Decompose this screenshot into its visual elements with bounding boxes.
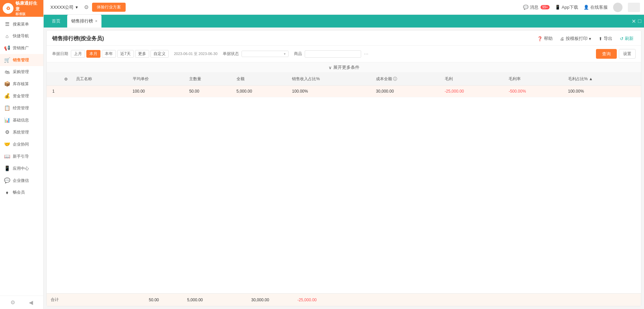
cell-gross: -25,000.00	[441, 86, 505, 97]
trial-button[interactable]: 体验行业方案	[92, 3, 126, 12]
date-btn-last-month[interactable]: 上月	[71, 50, 85, 58]
table-row: 1 100.00 50.00 5,000.00 100.00% 30,000.0…	[47, 86, 641, 97]
col-rank	[47, 73, 60, 86]
date-filter-group: 单据日期 上月 本月 本年 近7天 更多 自定义	[52, 50, 169, 58]
print-dropdown-icon: ▾	[589, 36, 591, 41]
help-button[interactable]: ❓ 帮助	[535, 35, 555, 43]
col-avg-price: 平均单价	[129, 73, 185, 86]
sidebar-item-enterprise-wechat[interactable]: 💬 企业微信	[0, 174, 43, 187]
table-header-row: ⚙ 员工名称 平均单价 主数量 全额 销售收入占比% 成本全额 ⓘ 毛利 毛利率…	[47, 73, 641, 86]
date-range-group: 2023-06-01 至 2023-06-30	[174, 51, 218, 56]
app-download-item[interactable]: 📱 App下载	[555, 4, 578, 10]
cell-cost: 30,000.00	[372, 86, 441, 97]
tab-bar-right: ✕ □	[632, 18, 641, 24]
sales-table: ⚙ 员工名称 平均单价 主数量 全额 销售收入占比% 成本全额 ⓘ 毛利 毛利率…	[47, 73, 641, 97]
nav-icon-sales-mgmt: 🛒	[4, 57, 10, 63]
main-area: XXXXX公司 ▾ ⚙ 体验行业方案 💬 消息 99+ 📱 App下载 👤 在线…	[44, 0, 644, 309]
nav-icon-basic-info: 📊	[4, 117, 10, 123]
goods-filter-group: 商品 ···	[294, 50, 368, 58]
date-btn-more[interactable]: 更多	[135, 50, 149, 58]
sidebar-item-fund-mgmt[interactable]: 💰 资金管理	[0, 90, 43, 102]
col-gross-rate: 毛利率	[505, 73, 564, 86]
date-btn-this-year[interactable]: 本年	[102, 50, 116, 58]
sidebar-item-basic-info[interactable]: 📊 基础信息	[0, 114, 43, 126]
settings-footer-icon[interactable]: ⚙	[10, 299, 15, 306]
online-service-item[interactable]: 👤 在线客服	[584, 4, 608, 10]
col-gross: 毛利	[441, 73, 505, 86]
goods-more-icon[interactable]: ···	[364, 51, 368, 57]
sidebar-item-search-order[interactable]: ☰ 搜索菜单	[0, 18, 43, 30]
sidebar-footer: ⚙ ◀	[0, 296, 43, 309]
status-select-arrow: ▾	[284, 52, 286, 56]
filter-setting-button[interactable]: 设置	[619, 49, 636, 59]
goods-input[interactable]	[305, 50, 361, 58]
message-item[interactable]: 💬 消息 99+	[523, 4, 550, 10]
col-name: 员工名称	[72, 73, 129, 86]
date-buttons: 上月 本月 本年 近7天 更多 自定义	[71, 50, 169, 58]
sidebar-item-new-guide[interactable]: 📖 新手引导	[0, 150, 43, 162]
nav-label-system-mgmt: 系统管理	[13, 130, 29, 135]
company-name: XXXXX公司	[50, 4, 74, 10]
sidebar-item-app-center[interactable]: 📱 应用中心	[0, 162, 43, 174]
cell-sales-pct: 100.00%	[288, 86, 372, 97]
nav-label-basic-info: 基础信息	[13, 117, 29, 123]
cell-name	[72, 86, 129, 97]
date-btn-7days[interactable]: 近7天	[117, 50, 134, 58]
nav-icon-enterprise-collab: 🤝	[4, 141, 10, 147]
window-close-icon[interactable]: ✕	[632, 18, 636, 24]
sidebar: ♻ 畅康通好生意 标准版 ☰ 搜索菜单 ⌂ 快捷导航 📢 营销推广 🛒 销售管理…	[0, 0, 44, 309]
col-settings[interactable]: ⚙	[60, 73, 72, 86]
company-selector[interactable]: XXXXX公司 ▾	[48, 3, 81, 12]
date-btn-custom[interactable]: 自定义	[151, 50, 169, 58]
page-title: 销售排行榜(按业务员)	[52, 35, 104, 42]
nav-label-biz-mgmt: 经营管理	[13, 105, 29, 111]
col-gross-pct: 毛利占比% ▲	[564, 73, 641, 86]
query-button[interactable]: 查询	[596, 49, 617, 59]
nav-label-search-order: 搜索菜单	[13, 21, 29, 27]
nav-label-inventory: 库存核算	[13, 81, 29, 87]
tab-home[interactable]: 首页	[46, 15, 66, 28]
sidebar-item-shortcut-nav[interactable]: ⌂ 快捷导航	[0, 30, 43, 42]
expand-bar: ∨ 展开更多条件	[47, 62, 641, 73]
title-actions: ❓ 帮助 🖨 按模板打印 ▾ ⬆ 导出 ↺ 刷新	[535, 35, 636, 43]
user-avatar[interactable]	[613, 3, 622, 12]
sidebar-item-purchase-mgmt[interactable]: 🛍 采购管理	[0, 66, 43, 78]
sidebar-item-sales-mgmt[interactable]: 🛒 销售管理	[0, 54, 43, 66]
message-badge: 99+	[541, 5, 550, 9]
sidebar-item-system-mgmt[interactable]: ⚙ 系统管理	[0, 126, 43, 138]
user-name-display[interactable]	[628, 3, 640, 12]
collapse-sidebar-icon[interactable]: ◀	[29, 299, 33, 306]
tab-sales-rank[interactable]: 销售排行榜 ×	[67, 15, 101, 28]
header-settings-icon[interactable]: ⚙	[84, 4, 89, 10]
sidebar-item-enterprise-collab[interactable]: 🤝 企业协同	[0, 138, 43, 150]
print-button[interactable]: 🖨 按模板打印 ▾	[558, 35, 593, 43]
expand-conditions-button[interactable]: ∨ 展开更多条件	[329, 64, 359, 70]
status-select[interactable]: ▾	[242, 51, 289, 57]
tab-close-icon[interactable]: ×	[95, 19, 97, 23]
content-area: 销售排行榜(按业务员) ❓ 帮助 🖨 按模板打印 ▾ ⬆ 导出	[46, 30, 641, 306]
cell-qty: 50.00	[185, 86, 232, 97]
nav-label-marketing: 营销推广	[13, 45, 29, 51]
nav-icon-marketing: 📢	[4, 45, 10, 51]
refresh-button[interactable]: ↺ 刷新	[618, 35, 636, 43]
sidebar-item-marketing[interactable]: 📢 营销推广	[0, 42, 43, 54]
window-maximize-icon[interactable]: □	[638, 18, 641, 24]
col-qty: 主数量	[185, 73, 232, 86]
footer-gross: -25,000.00	[293, 298, 320, 302]
date-btn-this-month[interactable]: 本月	[86, 50, 100, 58]
table-wrapper: ⚙ 员工名称 平均单价 主数量 全额 销售收入占比% 成本全额 ⓘ 毛利 毛利率…	[47, 73, 641, 293]
nav-label-shortcut-nav: 快捷导航	[13, 33, 29, 39]
logo-icon: ♻	[3, 3, 13, 14]
nav-label-purchase-mgmt: 采购管理	[13, 69, 29, 75]
nav-label-enterprise-wechat: 企业微信	[13, 178, 29, 184]
nav-label-app-center: 应用中心	[13, 166, 29, 171]
footer-cost: 30,000.00	[247, 298, 273, 302]
sidebar-item-inventory[interactable]: 📦 库存核算	[0, 78, 43, 90]
nav-icon-fund-mgmt: 💰	[4, 93, 10, 99]
sidebar-item-member[interactable]: ♦ 畅会员	[0, 187, 43, 198]
page-content: 销售排行榜(按业务员) ❓ 帮助 🖨 按模板打印 ▾ ⬆ 导出	[44, 28, 644, 309]
footer-label: 合计	[51, 297, 78, 303]
export-button[interactable]: ⬆ 导出	[597, 35, 614, 43]
date-range-display: 2023-06-01 至 2023-06-30	[174, 51, 218, 56]
sidebar-item-biz-mgmt[interactable]: 📋 经营管理	[0, 102, 43, 114]
